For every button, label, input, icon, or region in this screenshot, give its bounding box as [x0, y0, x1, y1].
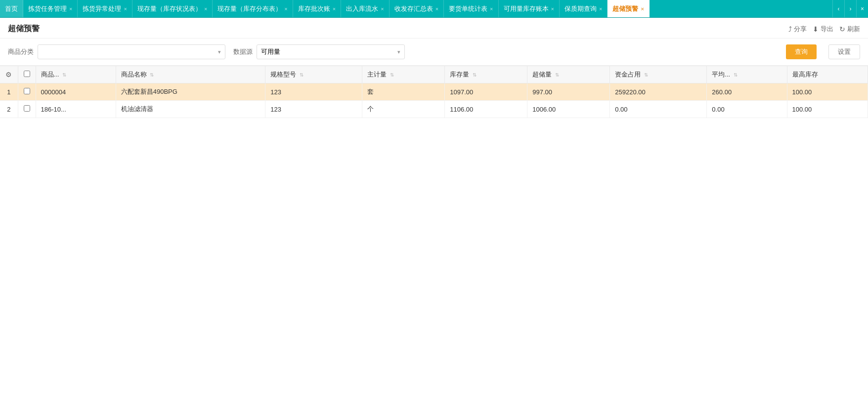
nav-item-label-inout-flow: 出入库流水: [346, 4, 378, 13]
row-spec-cell: 123: [265, 83, 362, 101]
overstock-table: ⚙ 商品... ⇅ 商品名称 ⇅ 规格型号 ⇅: [0, 66, 868, 118]
row-capital_occupy-cell: 259220.00: [610, 83, 707, 101]
category-select[interactable]: ▾: [38, 44, 225, 59]
row-avg-cell: 0.00: [707, 101, 787, 118]
nav-close-quality-check[interactable]: ×: [599, 6, 602, 12]
row-check-cell: [18, 83, 36, 101]
filter-bar: 商品分类 ▾ 数据源 可用量 ▾ 查询 设置: [0, 39, 868, 66]
nav-right-arrow[interactable]: ›: [844, 0, 856, 17]
col-stock-header[interactable]: 库存量 ⇅: [445, 66, 527, 83]
nav-item-quality-check[interactable]: 保质期查询 ×: [560, 0, 608, 17]
col-check-header: [18, 66, 36, 83]
col-product-name-header[interactable]: 商品名称 ⇅: [116, 66, 265, 83]
nav-close-inventory-dist[interactable]: ×: [284, 6, 287, 12]
table-row: 2186-10...机油滤清器123个1106.001006.000.000.0…: [0, 101, 868, 118]
row-checkbox[interactable]: [24, 105, 30, 112]
export-action[interactable]: ⬇ 导出: [813, 25, 833, 34]
refresh-label: 刷新: [847, 25, 860, 34]
nav-item-overstock-warn[interactable]: 超储预警 ×: [608, 0, 649, 17]
row-avg-cell: 260.00: [707, 83, 787, 101]
sort-stock-icon: ⇅: [473, 72, 477, 78]
category-dropdown-icon: ▾: [218, 49, 221, 55]
row-stock-cell: 1106.00: [445, 101, 527, 118]
row-checkbox[interactable]: [24, 88, 30, 94]
row-overstock-cell: 1006.00: [527, 101, 610, 118]
nav-close-task-mgmt[interactable]: ×: [69, 6, 72, 12]
query-button[interactable]: 查询: [786, 44, 817, 59]
nav-item-inventory-status[interactable]: 现存量（库存状况表） ×: [132, 0, 213, 17]
select-all-checkbox[interactable]: [24, 71, 30, 77]
row-max_stock-cell: 100.00: [787, 83, 868, 101]
row-product_code-cell: 0000004: [36, 83, 116, 101]
row-unit-cell: 套: [362, 83, 445, 101]
datasource-select[interactable]: 可用量 ▾: [257, 44, 405, 59]
row-unit-cell: 个: [362, 101, 445, 118]
datasource-dropdown-icon: ▾: [397, 49, 400, 55]
nav-item-order-stats[interactable]: 要货单统计表 ×: [444, 0, 498, 17]
sort-capital-icon: ⇅: [644, 72, 648, 78]
category-select-text: [42, 48, 44, 56]
col-settings-header: ⚙: [0, 66, 18, 83]
nav-close-available-account[interactable]: ×: [551, 6, 554, 12]
export-label: 导出: [821, 25, 833, 34]
export-icon: ⬇: [813, 25, 819, 33]
row-capital_occupy-cell: 0.00: [610, 101, 707, 118]
col-product-code-header[interactable]: 商品... ⇅: [36, 66, 116, 83]
nav-item-label-abnormal-process: 拣货异常处理: [83, 4, 121, 13]
col-unit-header[interactable]: 主计量 ⇅: [362, 66, 445, 83]
category-filter: 商品分类 ▾: [8, 44, 225, 59]
datasource-value-text: 可用量: [261, 47, 280, 56]
nav-close-collect-summary[interactable]: ×: [435, 6, 438, 12]
nav-close-inout-flow[interactable]: ×: [381, 6, 384, 12]
row-product_name-cell: 六配套新昌490BPG: [116, 83, 265, 101]
nav-close-arrow[interactable]: ×: [856, 0, 868, 17]
nav-close-batch-account[interactable]: ×: [333, 6, 336, 12]
row-max_stock-cell: 100.00: [787, 101, 868, 118]
table-row: 10000004六配套新昌490BPG123套1097.00997.002592…: [0, 83, 868, 101]
nav-item-available-account[interactable]: 可用量库存账本 ×: [499, 0, 560, 17]
nav-close-inventory-status[interactable]: ×: [204, 6, 207, 12]
refresh-action[interactable]: ↻ 刷新: [839, 25, 860, 34]
settings-button[interactable]: 设置: [828, 44, 860, 59]
nav-close-order-stats[interactable]: ×: [490, 6, 493, 12]
row-product_name-cell: 机油滤清器: [116, 101, 265, 118]
nav-item-label-overstock-warn: 超储预警: [612, 4, 638, 13]
nav-close-abnormal-process[interactable]: ×: [124, 6, 127, 12]
nav-item-inventory-dist[interactable]: 现存量（库存分布表） ×: [213, 0, 293, 17]
sort-overstock-icon: ⇅: [555, 72, 559, 78]
share-icon: ⤴: [788, 25, 792, 33]
datasource-filter: 数据源 可用量 ▾: [233, 44, 405, 59]
sort-spec-icon: ⇅: [300, 72, 304, 78]
nav-item-label-quality-check: 保质期查询: [564, 4, 597, 13]
nav-item-inout-flow[interactable]: 出入库流水 ×: [341, 0, 389, 17]
row-overstock-cell: 997.00: [527, 83, 610, 101]
row-num-cell: 1: [0, 83, 18, 101]
col-avg-header[interactable]: 平均... ⇅: [707, 66, 787, 83]
nav-item-abnormal-process[interactable]: 拣货异常处理 ×: [78, 0, 132, 17]
nav-item-label-inventory-status: 现存量（库存状况表）: [137, 4, 202, 13]
table-container: ⚙ 商品... ⇅ 商品名称 ⇅ 规格型号 ⇅: [0, 66, 868, 118]
col-overstock-header[interactable]: 超储量 ⇅: [527, 66, 610, 83]
nav-item-label-task-mgmt: 拣货任务管理: [28, 4, 67, 13]
category-label: 商品分类: [8, 47, 34, 56]
col-max-stock-header: 最高库存: [787, 66, 868, 83]
col-spec-header[interactable]: 规格型号 ⇅: [265, 66, 362, 83]
top-nav: 首页拣货任务管理 ×拣货异常处理 ×现存量（库存状况表） ×现存量（库存分布表）…: [0, 0, 868, 18]
nav-left-arrow[interactable]: ‹: [832, 0, 844, 17]
sort-avg-icon: ⇅: [734, 72, 738, 78]
nav-close-overstock-warn[interactable]: ×: [641, 6, 644, 12]
page-content: 超储预警 ⤴ 分享 ⬇ 导出 ↻ 刷新 商品分类 ▾ 数据源: [0, 18, 868, 395]
page-header: 超储预警 ⤴ 分享 ⬇ 导出 ↻ 刷新: [0, 18, 868, 39]
nav-item-home[interactable]: 首页: [0, 0, 23, 17]
nav-item-batch-account[interactable]: 库存批次账 ×: [293, 0, 341, 17]
col-capital-header[interactable]: 资金占用 ⇅: [610, 66, 707, 83]
datasource-label: 数据源: [233, 47, 253, 56]
share-label: 分享: [794, 25, 807, 34]
row-check-cell: [18, 101, 36, 118]
nav-item-collect-summary[interactable]: 收发存汇总表 ×: [390, 0, 444, 17]
page-actions: ⤴ 分享 ⬇ 导出 ↻ 刷新: [788, 25, 860, 34]
settings-gear-icon[interactable]: ⚙: [5, 71, 12, 79]
row-stock-cell: 1097.00: [445, 83, 527, 101]
share-action[interactable]: ⤴ 分享: [788, 25, 807, 34]
nav-item-task-mgmt[interactable]: 拣货任务管理 ×: [23, 0, 78, 17]
